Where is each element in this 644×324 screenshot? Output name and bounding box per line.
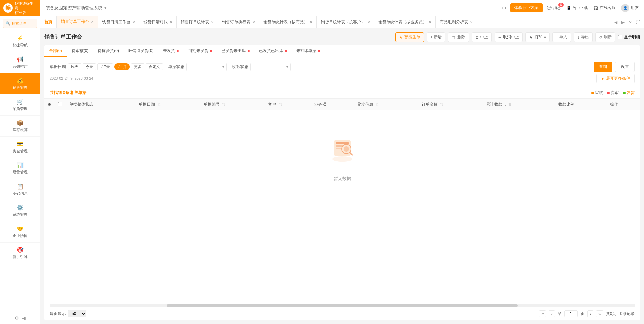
filter-tab-expired[interactable]: 到期未发货 xyxy=(183,45,217,57)
sidebar-item-sales[interactable]: 💰 销售管理 xyxy=(0,73,40,94)
date-btn-yesterday[interactable]: 昨天 xyxy=(68,63,81,70)
filter-tab-pending[interactable]: 待审核(0) xyxy=(67,45,93,57)
import-button[interactable]: ↑ 导入 xyxy=(552,32,571,42)
select-all-checkbox[interactable] xyxy=(58,102,62,106)
tab-close-cash-daily[interactable]: ✕ xyxy=(132,20,135,24)
collapse-sidebar-button[interactable]: ◀ xyxy=(22,315,26,321)
approve-action[interactable]: 审核 xyxy=(591,90,603,96)
tab-bar: 首页 销售订单工作台 ✕ 钱货日清工作台 ✕ 钱货日清对账 ✕ 销售订单统计表 … xyxy=(40,16,644,28)
tab-sales-summary-customer[interactable]: 销货单统计表（按客户） ✕ xyxy=(317,16,374,28)
sidebar-item-inventory[interactable]: 📦 库存核算 xyxy=(0,116,40,137)
print-button[interactable]: 🖨 打印 ▾ xyxy=(525,32,550,42)
filter-tab-all[interactable]: 全部(0) xyxy=(44,45,67,57)
tab-sales-stat[interactable]: 销售订单统计表 ✕ xyxy=(177,16,218,28)
tab-close-sales-summary-product[interactable]: ✕ xyxy=(310,20,312,24)
filter-tab-shipped-not-out[interactable]: 已发货未出库 xyxy=(217,45,254,57)
query-button[interactable]: 查询 xyxy=(594,62,612,72)
sidebar-item-system[interactable]: ⚙️ 系统管理 xyxy=(0,200,40,221)
tab-scroll-right[interactable]: ▶ xyxy=(620,19,626,25)
message-button[interactable]: 💬 消息 6 xyxy=(547,5,561,11)
tab-sales-summary-staff[interactable]: 销货单统计表（按业务员） ✕ xyxy=(374,16,436,28)
tab-close-cash-reconcile[interactable]: ✕ xyxy=(170,20,172,24)
tab-sales-summary-product[interactable]: 销货单统计表（按商品） ✕ xyxy=(259,16,317,28)
next-page-button[interactable]: › xyxy=(587,310,593,317)
sidebar-item-purchase[interactable]: 🛒 采购管理 xyxy=(0,94,40,116)
tab-scroll-left[interactable]: ◀ xyxy=(613,19,619,25)
tab-cash-daily[interactable]: 钱货日清工作台 ✕ xyxy=(98,16,139,28)
tab-margin-analysis[interactable]: 商品毛利分析表 ✕ xyxy=(436,16,477,28)
reject-action[interactable]: 弃审 xyxy=(607,90,619,96)
tab-close-sales-summary-staff[interactable]: ✕ xyxy=(429,20,431,24)
search-menu-button[interactable]: 🔍 搜索菜单 xyxy=(3,19,37,28)
collected-sort-icon[interactable]: ⇅ xyxy=(508,102,512,107)
tab-cash-reconcile[interactable]: 钱货日清对账 ✕ xyxy=(139,16,177,28)
tab-maximize[interactable]: ⛶ xyxy=(635,19,641,25)
col-ratio: 收款比例 xyxy=(555,99,606,110)
export-button[interactable]: ↓ 导出 xyxy=(574,32,593,42)
tab-close-sales-stat[interactable]: ✕ xyxy=(211,20,214,24)
date-btn-today[interactable]: 今天 xyxy=(83,63,96,70)
tab-close-sales-exec[interactable]: ✕ xyxy=(252,20,255,24)
tab-home[interactable]: 首页 xyxy=(40,16,57,28)
status-filter: 单据状态 xyxy=(168,63,227,71)
tab-close-sales-order[interactable]: ✕ xyxy=(91,20,94,24)
number-sort-icon[interactable]: ⇅ xyxy=(222,102,225,107)
sidebar-item-quick-nav[interactable]: ⚡ 快捷导航 xyxy=(0,31,40,52)
filter-tab-not-printed[interactable]: 未打印单据 xyxy=(292,45,325,57)
sidebar-item-marketing[interactable]: 📢 营销推广 xyxy=(0,52,40,73)
tab-close-sales-summary-customer[interactable]: ✕ xyxy=(367,20,370,24)
sidebar-item-basic-info[interactable]: 📋 基础信息 xyxy=(0,179,40,200)
settings-filter-button[interactable]: 设置 xyxy=(615,62,635,72)
delete-button[interactable]: 🗑 删除 xyxy=(448,32,469,42)
sidebar-item-finance[interactable]: 💳 资金管理 xyxy=(0,137,40,158)
sidebar-item-enterprise[interactable]: 🤝 企业协同 xyxy=(0,221,40,243)
first-page-button[interactable]: « xyxy=(539,310,546,317)
sidebar-item-operations[interactable]: 📊 经营管理 xyxy=(0,158,40,179)
prev-page-button[interactable]: ‹ xyxy=(549,310,555,317)
app-download-button[interactable]: 📱 App下载 xyxy=(566,5,588,11)
date-btn-1month[interactable]: 近1月 xyxy=(114,63,130,70)
topbar-dropdown-icon[interactable]: ▾ xyxy=(104,5,107,10)
last-page-button[interactable]: » xyxy=(596,310,603,317)
filter-tab-not-shipped[interactable]: 未发货 xyxy=(158,45,183,57)
cancel-stop-button[interactable]: ↩ 取消中止 xyxy=(495,32,523,42)
date-filter-label: 单据日期 xyxy=(50,64,66,70)
show-detail-checkbox[interactable]: 显示明细 xyxy=(618,34,640,40)
user-menu-button[interactable]: 👤 用友 xyxy=(621,4,639,12)
horizontal-scrollbar[interactable] xyxy=(50,304,635,307)
customer-sort-icon[interactable]: ⇅ xyxy=(279,102,282,107)
stop-button[interactable]: ⊘ 中止 xyxy=(472,32,492,42)
sidebar-item-guide[interactable]: 🎯 新手引导 xyxy=(0,243,40,264)
gear-col-icon[interactable]: ⚙ xyxy=(48,102,51,107)
expand-filter-button[interactable]: ▼ 展开更多条件 xyxy=(596,74,635,83)
page-size-select[interactable]: 10 20 50 100 xyxy=(68,310,86,317)
online-service-button[interactable]: 🎧 在线客服 xyxy=(593,5,616,11)
smart-create-button[interactable]: ★ 智能生单 xyxy=(395,32,424,42)
tab-close-margin-analysis[interactable]: ✕ xyxy=(470,20,473,24)
ship-action[interactable]: 发货 xyxy=(623,90,635,96)
scrollbar-thumb[interactable] xyxy=(167,304,518,307)
date-sort-icon[interactable]: ⇅ xyxy=(158,102,161,107)
filter-tab-shipped-out[interactable]: 已发货已出库 xyxy=(254,45,292,57)
status-select[interactable] xyxy=(186,63,227,71)
page-content: 销售订单工作台 ★ 智能生单 + 新增 🗑 删除 ⊘ 中止 ↩ 取消中止 xyxy=(40,28,644,324)
topbar-gear-icon[interactable]: ⚙ xyxy=(502,5,506,11)
amount-sort-icon[interactable]: ⇅ xyxy=(440,102,443,107)
date-btn-7days[interactable]: 近7天 xyxy=(97,63,113,70)
settings-bottom-button[interactable]: ⚙ xyxy=(15,315,19,321)
filter-tab-wangpu[interactable]: 旺铺待发货(0) xyxy=(124,45,158,57)
tab-sales-exec[interactable]: 销售订单执行表 ✕ xyxy=(218,16,259,28)
date-btn-custom[interactable]: 自定义 xyxy=(146,63,163,70)
page-number-input[interactable] xyxy=(564,310,578,317)
system-icon: ⚙️ xyxy=(17,204,24,211)
industry-solution-button[interactable]: 体验行业方案 xyxy=(510,3,543,12)
tab-close-current[interactable]: ✕ xyxy=(627,19,633,25)
refresh-button[interactable]: ↻ 刷新 xyxy=(595,32,615,42)
data-table: ⚙ 单据整体状态 单据日期 ⇅ 单据编号 ⇅ xyxy=(44,99,640,110)
tab-sales-order[interactable]: 销售订单工作台 ✕ xyxy=(57,16,98,28)
payment-select[interactable] xyxy=(250,63,291,71)
add-button[interactable]: + 新增 xyxy=(427,32,445,42)
date-btn-more[interactable]: 更多 xyxy=(131,63,144,70)
filter-tab-pending-check[interactable]: 待拣验货(0) xyxy=(93,45,124,57)
exception-sort-icon[interactable]: ⇅ xyxy=(376,102,379,107)
